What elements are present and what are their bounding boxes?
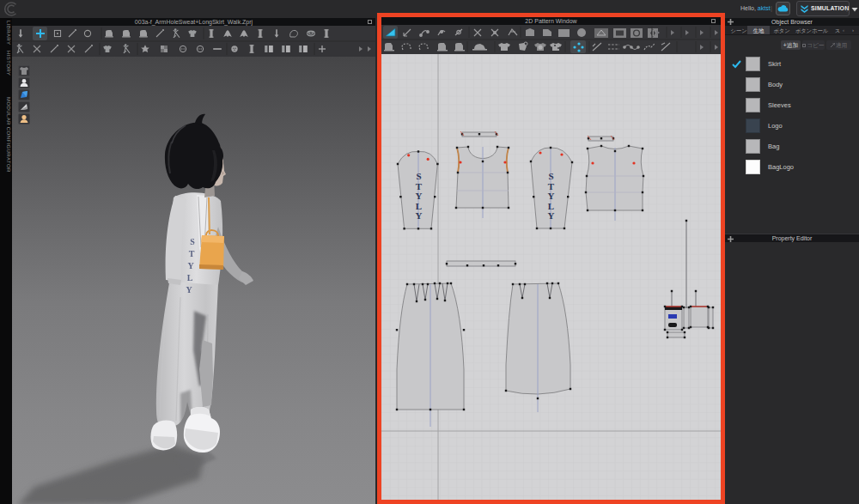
svg-text:Y: Y	[187, 261, 194, 270]
svg-text:Y: Y	[548, 210, 555, 221]
svg-text:L: L	[416, 201, 422, 211]
svg-text:T: T	[416, 181, 423, 191]
svg-text:Y: Y	[416, 210, 423, 221]
svg-text:Y: Y	[548, 191, 555, 201]
svg-text:S: S	[190, 237, 195, 246]
svg-text:L: L	[187, 273, 193, 282]
svg-text:L: L	[548, 201, 554, 211]
svg-text:S: S	[416, 171, 421, 181]
svg-text:S: S	[548, 171, 553, 181]
svg-text:Y: Y	[186, 285, 192, 295]
svg-text:Y: Y	[416, 191, 423, 201]
svg-text:T: T	[189, 249, 195, 258]
svg-text:T: T	[548, 181, 555, 191]
